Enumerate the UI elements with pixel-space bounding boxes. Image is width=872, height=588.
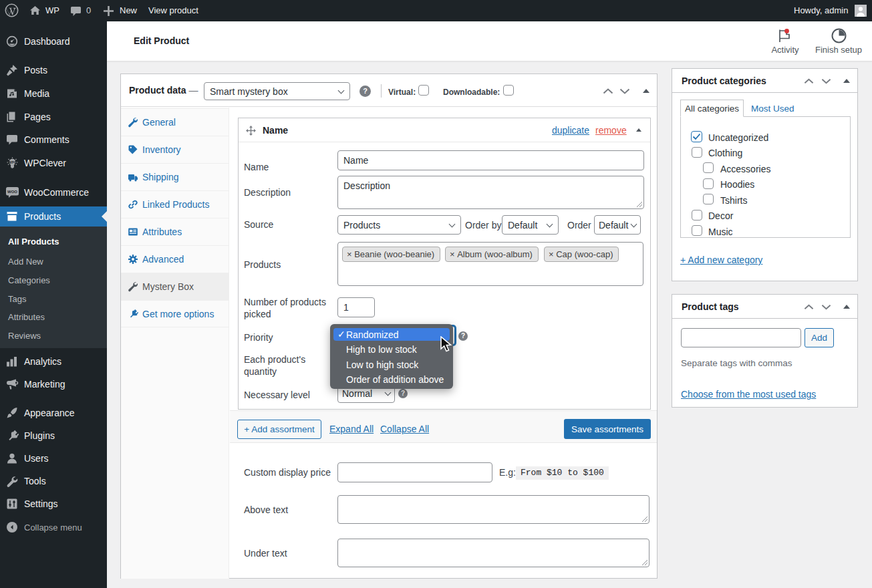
svg-text:WOO: WOO xyxy=(7,190,17,194)
svg-text:WPC: WPC xyxy=(8,160,17,164)
